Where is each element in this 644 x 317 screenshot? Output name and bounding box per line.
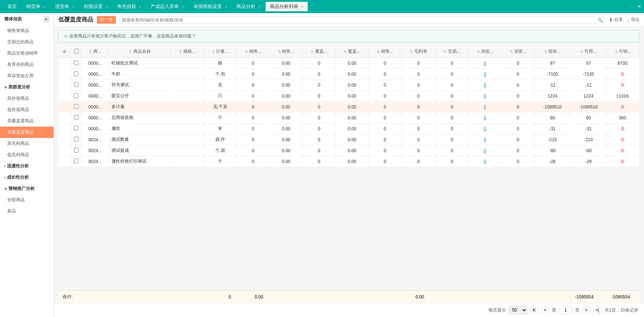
- row-browse1[interactable]: 0: [468, 145, 502, 156]
- sidebar-item-high-value[interactable]: 高价值商品: [0, 93, 54, 104]
- current-stock-col-header[interactable]: ⇅ 现有...: [534, 45, 570, 58]
- cover2-col-header[interactable]: ⇅ 覆盖...: [335, 45, 369, 58]
- page-number-input[interactable]: [559, 306, 572, 314]
- nav-tab-purchase[interactable]: 进货单 ×: [51, 2, 79, 11]
- sidebar-whole-info-header[interactable]: 整体信息 «: [0, 13, 54, 25]
- row-browse1[interactable]: 0: [468, 112, 502, 123]
- row-checkbox[interactable]: [71, 69, 81, 80]
- time-filter-button[interactable]: 近一月: [97, 16, 116, 24]
- unit-col-header[interactable]: ⇅ 计量...: [204, 45, 237, 58]
- prev-page-button[interactable]: <: [541, 306, 549, 314]
- sidebar-item-capital[interactable]: 库存资金占用: [0, 70, 54, 82]
- close-goods-list-icon[interactable]: ×: [301, 5, 303, 9]
- select-all-checkbox[interactable]: [74, 49, 79, 54]
- cover1-col-header[interactable]: ⇅ 覆盖...: [303, 45, 336, 58]
- nav-tab-template[interactable]: 单据模板设置 ×: [189, 2, 231, 11]
- nav-tab-roles[interactable]: 角色授权 ×: [113, 2, 146, 11]
- code-col-header[interactable]: ⇅ 商...: [81, 45, 109, 58]
- row-select-checkbox[interactable]: [74, 93, 79, 98]
- sidebar-item-high-coverage[interactable]: 高覆盖度商品: [0, 115, 54, 127]
- settings-col-header[interactable]: ⚙: [58, 45, 71, 58]
- row-select-checkbox[interactable]: [74, 159, 79, 163]
- row-checkbox[interactable]: [71, 80, 81, 91]
- last-page-button[interactable]: >|: [593, 306, 602, 314]
- sidebar-item-category-rate[interactable]: 商品分类动销率: [0, 48, 54, 59]
- close-purchase-icon[interactable]: ×: [72, 5, 74, 9]
- row-select-checkbox[interactable]: [74, 71, 79, 76]
- browse1-col-header[interactable]: ⇅ 浏览...: [468, 45, 502, 58]
- close-roles-icon[interactable]: ×: [139, 5, 141, 9]
- row-checkbox[interactable]: [71, 112, 81, 123]
- row-select-checkbox[interactable]: [74, 137, 79, 142]
- sidebar-item-low-value[interactable]: 低价值商品: [0, 104, 54, 115]
- row-checkbox[interactable]: [71, 145, 81, 156]
- nav-tab-goods-analysis-list[interactable]: 商品分析列表 ×: [266, 2, 308, 11]
- table-settings-icon[interactable]: ⚙: [63, 49, 67, 54]
- total-current-stock: -1095554: [570, 294, 599, 300]
- trans-col-header[interactable]: ⇅ 交易...: [436, 45, 469, 58]
- first-page-button[interactable]: K: [530, 306, 538, 314]
- sidebar-item-high-margin[interactable]: 高毛利商品: [0, 138, 54, 149]
- row-browse1[interactable]: 0: [468, 156, 502, 167]
- search-input[interactable]: [122, 17, 596, 23]
- row-browse1[interactable]: 0: [468, 91, 502, 102]
- row-checkbox[interactable]: [71, 123, 81, 134]
- nav-tab-sales[interactable]: 销货单 ×: [22, 2, 50, 11]
- sidebar-item-new-goods[interactable]: 新品: [0, 206, 54, 217]
- sidebar-group-cluster[interactable]: ∨ 类群度分析: [0, 82, 54, 93]
- row-checkbox[interactable]: [71, 102, 81, 112]
- row-select-checkbox[interactable]: [74, 115, 79, 120]
- export-button[interactable]: ↓ 导出: [627, 17, 640, 23]
- sellable-col-header[interactable]: ⇅ 可销...: [606, 45, 640, 58]
- spec-col-header[interactable]: ⇅ 规格...: [171, 45, 204, 58]
- sidebar-item-in-stock[interactable]: 有库存的商品: [0, 59, 54, 70]
- close-permissions-icon[interactable]: ×: [106, 5, 108, 9]
- row-select-checkbox[interactable]: [74, 60, 79, 65]
- nav-tab-home[interactable]: 首页: [3, 2, 21, 11]
- row-checkbox[interactable]: [71, 156, 81, 167]
- sidebar-item-all-goods[interactable]: 全部商品: [0, 194, 54, 206]
- row-browse1[interactable]: 0: [468, 102, 502, 112]
- name-col-header[interactable]: ⇅ 商品名称: [109, 45, 171, 58]
- row-browse1[interactable]: 0: [468, 134, 502, 145]
- nav-tab-permissions[interactable]: 权限设置 ×: [79, 2, 112, 11]
- sales2-col-header[interactable]: ⇅ 销售...: [369, 45, 402, 58]
- sidebar-group-liquidity[interactable]: › 流通性分析: [0, 161, 54, 172]
- row-browse1[interactable]: 0: [468, 80, 502, 91]
- sidebar-item-sales-goods[interactable]: 销售类商品: [0, 25, 54, 36]
- row-browse1[interactable]: 0: [468, 123, 502, 134]
- available-col-header[interactable]: ⇅ 可用...: [570, 45, 606, 58]
- nav-tab-production[interactable]: 产成品入库单 ×: [146, 2, 188, 11]
- row-select-checkbox[interactable]: [74, 82, 79, 87]
- sidebar-item-low-margin[interactable]: 低毛利商品: [0, 149, 54, 161]
- close-template-icon[interactable]: ×: [225, 5, 227, 9]
- row-browse1[interactable]: 0: [468, 58, 502, 69]
- sales-amt-col-header[interactable]: ⇅ 销售...: [270, 45, 303, 58]
- data-table-container[interactable]: ⚙ ⇅ 商... ⇅ 商品名称 ⇅ 规格... ⇅ 计量... ⇅ 销售... …: [58, 45, 640, 290]
- nav-tab-goods-analysis[interactable]: 商品分析 ×: [232, 2, 265, 11]
- sidebar-group-marketing[interactable]: ∨ 营销推广分析: [0, 183, 54, 194]
- close-all-tabs-button[interactable]: ×: [638, 3, 641, 10]
- sidebar-item-traded-goods[interactable]: 交易过的商品: [0, 36, 54, 48]
- row-checkbox[interactable]: [71, 58, 81, 69]
- row-select-checkbox[interactable]: [74, 126, 79, 131]
- row-checkbox[interactable]: [71, 134, 81, 145]
- sales-qty-col-header[interactable]: ⇅ 销售...: [237, 45, 270, 58]
- row-checkbox[interactable]: [71, 91, 81, 102]
- row-browse1[interactable]: 0: [468, 69, 502, 80]
- sidebar-collapse-button[interactable]: «: [43, 16, 49, 22]
- gross-rate-col-header[interactable]: ⇅ 毛利率: [401, 45, 436, 58]
- page-size-select[interactable]: 50 100 200: [509, 306, 527, 314]
- sidebar-item-low-coverage[interactable]: 低覆盖度商品: [0, 127, 54, 138]
- close-production-icon[interactable]: ×: [182, 5, 184, 9]
- close-goods-analysis-icon[interactable]: ×: [258, 5, 260, 9]
- next-page-button[interactable]: >: [582, 306, 590, 314]
- row-select-checkbox[interactable]: [74, 104, 79, 109]
- browse2-col-header[interactable]: ⇅ 浏览...: [502, 45, 535, 58]
- sidebar-group-growth[interactable]: › 成长性分析: [0, 172, 54, 183]
- row-cover2: 0.00: [335, 69, 369, 80]
- share-button[interactable]: ⬆ 分享: [609, 17, 623, 23]
- row-select-checkbox[interactable]: [74, 148, 79, 152]
- checkbox-col-header[interactable]: [71, 45, 81, 58]
- close-sales-icon[interactable]: ×: [43, 5, 46, 9]
